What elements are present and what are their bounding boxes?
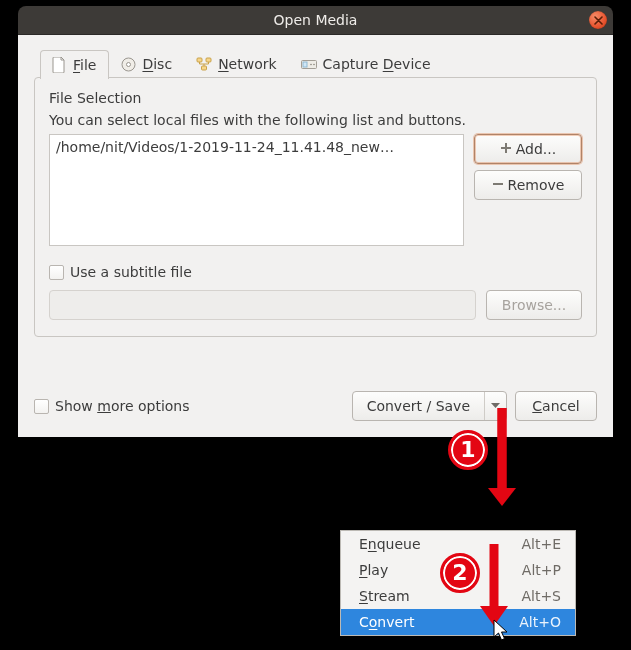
cancel-button-label: Cancel: [532, 398, 579, 414]
menu-item-label: Stream: [359, 588, 410, 604]
add-button[interactable]: Add...: [474, 134, 582, 164]
svg-rect-4: [202, 66, 207, 70]
file-selection-heading: File Selection: [49, 90, 582, 106]
remove-button-label: Remove: [508, 177, 565, 193]
file-icon: [51, 57, 67, 73]
convert-save-dropdown-arrow[interactable]: [484, 392, 506, 420]
svg-rect-6: [303, 62, 307, 67]
network-icon: [196, 56, 212, 72]
svg-rect-2: [197, 58, 202, 62]
svg-point-8: [313, 64, 315, 66]
menu-item[interactable]: StreamAlt+S: [341, 583, 575, 609]
disc-icon: [120, 56, 136, 72]
tab-capture-device[interactable]: Capture Device: [290, 49, 444, 78]
subtitle-checkbox-label: Use a subtitle file: [70, 264, 192, 280]
menu-item[interactable]: PlayAlt+P: [341, 557, 575, 583]
file-list-item[interactable]: /home/nit/Videos/1-2019-11-24_11.41.48_n…: [56, 139, 457, 155]
tab-disc-label: Disc: [142, 56, 172, 72]
show-more-checkbox[interactable]: [34, 399, 49, 414]
tab-network-label: Network: [218, 56, 276, 72]
convert-save-splitbutton[interactable]: Convert / Save: [352, 391, 507, 421]
menu-item-label: Enqueue: [359, 536, 421, 552]
menu-item-shortcut: Alt+S: [521, 588, 561, 604]
browse-button-label: Browse...: [502, 297, 566, 313]
svg-point-7: [310, 64, 312, 66]
convert-save-menu: EnqueueAlt+EPlayAlt+PStreamAlt+SConvertA…: [340, 530, 576, 636]
tabbar: File Disc Network Capture Device: [34, 49, 597, 78]
menu-item-shortcut: Alt+P: [522, 562, 561, 578]
add-button-label: Add...: [516, 141, 556, 157]
tab-capture-label: Capture Device: [323, 56, 431, 72]
open-media-dialog: Open Media File Disc Net: [18, 6, 613, 437]
subtitle-path-field: [49, 290, 476, 320]
tab-network[interactable]: Network: [185, 49, 289, 78]
menu-item-shortcut: Alt+O: [519, 614, 561, 630]
menu-item-label: Convert: [359, 614, 414, 630]
menu-item-label: Play: [359, 562, 388, 578]
close-icon[interactable]: [589, 11, 607, 29]
menu-item[interactable]: EnqueueAlt+E: [341, 531, 575, 557]
plus-icon: [500, 141, 512, 157]
titlebar[interactable]: Open Media: [18, 6, 613, 34]
svg-point-1: [126, 62, 130, 66]
window-title: Open Media: [274, 12, 358, 28]
dialog-footer: Show more options Convert / Save Cancel: [34, 391, 597, 421]
svg-rect-3: [206, 58, 211, 62]
show-more-label: Show more options: [55, 398, 190, 414]
convert-save-label: Convert / Save: [367, 398, 470, 414]
cancel-button[interactable]: Cancel: [515, 391, 597, 421]
remove-button[interactable]: Remove: [474, 170, 582, 200]
tab-disc[interactable]: Disc: [109, 49, 185, 78]
chevron-down-icon: [491, 403, 500, 409]
tab-file-label: File: [73, 57, 96, 73]
file-list[interactable]: /home/nit/Videos/1-2019-11-24_11.41.48_n…: [49, 134, 464, 246]
file-selection-helptext: You can select local files with the foll…: [49, 112, 582, 128]
tab-panel-file: File Selection You can select local file…: [34, 77, 597, 337]
convert-save-button[interactable]: Convert / Save: [353, 392, 484, 420]
minus-icon: [492, 177, 504, 193]
tab-file[interactable]: File: [40, 50, 109, 79]
subtitle-checkbox[interactable]: [49, 265, 64, 280]
dialog-body: File Disc Network Capture Device: [18, 34, 613, 437]
browse-button: Browse...: [486, 290, 582, 320]
menu-item-shortcut: Alt+E: [521, 536, 561, 552]
capture-device-icon: [301, 56, 317, 72]
menu-item[interactable]: ConvertAlt+O: [341, 609, 575, 635]
